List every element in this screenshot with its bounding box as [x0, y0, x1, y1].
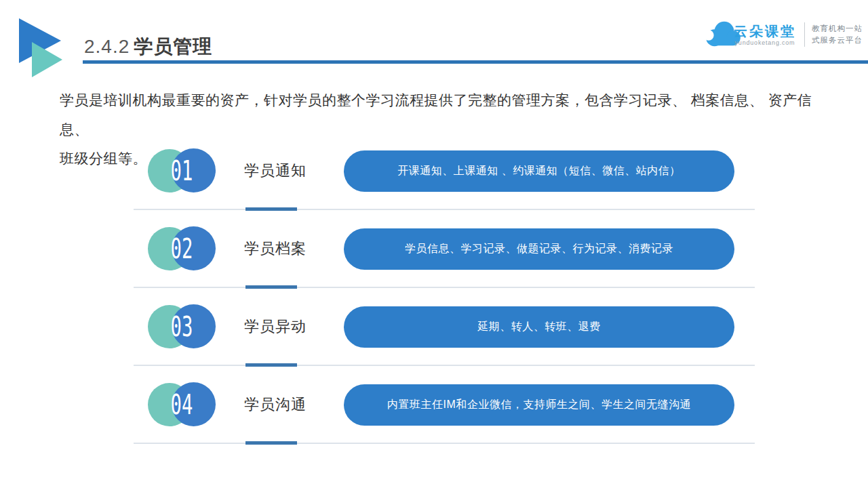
- brand-tagline: 教育机构一站 式服务云平台: [812, 23, 863, 46]
- brand-tagline-line2: 式服务云平台: [812, 35, 863, 46]
- row-label: 学员档案: [244, 210, 307, 287]
- row-label: 学员通知: [244, 132, 307, 209]
- feature-row-notify: 01 学员通知 开课通知、上课通知 、约课通知（短信、微信、站内信）: [0, 132, 868, 210]
- brand-name: 云朵课堂: [734, 24, 796, 39]
- step-number-badge: 03: [159, 304, 205, 348]
- row-description-pill: 开课通知、上课通知 、约课通知（短信、微信、站内信）: [344, 150, 734, 192]
- brand-logo: 云朵课堂 yunduoketang.com 教育机构一站 式服务云平台: [703, 19, 863, 50]
- title-text: 学员管理: [134, 36, 212, 57]
- feature-row-archive: 02 学员档案 学员信息、学习记录、做题记录、行为记录、消费记录: [0, 210, 868, 288]
- row-description-pill: 延期、转人、转班、退费: [344, 306, 734, 348]
- title-underline: [83, 60, 868, 64]
- step-number-badge: 04: [159, 382, 205, 426]
- row-divider-accent: [245, 441, 297, 445]
- brand-name-block: 云朵课堂 yunduoketang.com: [734, 24, 796, 46]
- row-label: 学员异动: [244, 288, 307, 365]
- row-label: 学员沟通: [244, 366, 307, 443]
- page-title: 2.4.2学员管理: [84, 34, 212, 60]
- triangle-teal-icon: [32, 42, 62, 77]
- step-number-badge: 01: [159, 148, 205, 192]
- brand-divider: [804, 22, 805, 47]
- row-divider: [134, 443, 755, 444]
- slide: 2.4.2学员管理 云朵课堂 yunduoketang.com 教育机构一站 式…: [0, 0, 868, 488]
- section-number: 2.4.2: [84, 36, 130, 57]
- row-description-pill: 学员信息、学习记录、做题记录、行为记录、消费记录: [344, 228, 734, 270]
- step-number-badge: 02: [159, 226, 205, 270]
- feature-row-change: 03 学员异动 延期、转人、转班、退费: [0, 288, 868, 366]
- feature-row-communicate: 04 学员沟通 内置班主任IM和企业微信，支持师生之间、学生之间无缝沟通: [0, 366, 868, 444]
- brand-website: yunduoketang.com: [734, 39, 796, 46]
- brand-tagline-line1: 教育机构一站: [812, 23, 863, 35]
- feature-rows: 01 学员通知 开课通知、上课通知 、约课通知（短信、微信、站内信） 02 学员…: [0, 132, 868, 444]
- row-description-pill: 内置班主任IM和企业微信，支持师生之间、学生之间无缝沟通: [344, 384, 734, 426]
